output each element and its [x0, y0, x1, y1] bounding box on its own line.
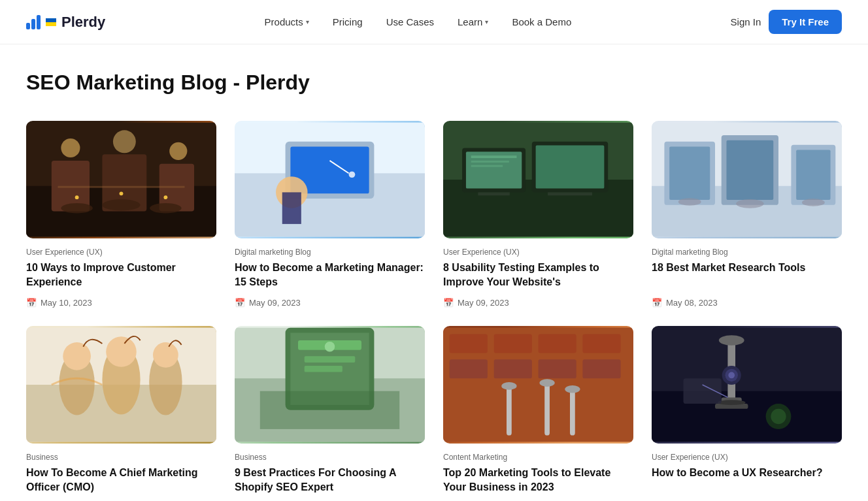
card-date: 📅 May 09, 2023: [235, 298, 425, 308]
nav-products[interactable]: Products ▾: [256, 11, 318, 33]
svg-rect-61: [305, 366, 342, 372]
nav-book-demo[interactable]: Book a Demo: [503, 11, 580, 33]
logo-icon: [26, 15, 41, 29]
svg-point-10: [102, 199, 140, 210]
svg-rect-34: [471, 161, 509, 163]
card-date: 📅 May 08, 2023: [652, 298, 842, 308]
card-category: User Experience (UX): [26, 248, 216, 257]
svg-point-77: [539, 379, 554, 387]
svg-rect-63: [260, 391, 399, 428]
svg-point-89: [728, 372, 735, 378]
card-image-svg: [26, 326, 216, 444]
calendar-icon: 📅: [443, 298, 454, 308]
blog-grid: User Experience (UX) 10 Ways to Improve …: [26, 121, 842, 501]
svg-rect-41: [726, 140, 773, 200]
card-image-svg: [26, 121, 216, 238]
card-category: Content Marketing: [443, 453, 633, 462]
logo-text: Plerdy: [61, 14, 105, 31]
svg-rect-74: [507, 385, 512, 436]
svg-rect-66: [450, 334, 488, 353]
svg-point-12: [75, 195, 79, 199]
logo[interactable]: Plerdy: [26, 14, 105, 31]
svg-point-45: [736, 199, 764, 208]
svg-point-22: [349, 171, 356, 178]
navbar: Plerdy Products ▾ Pricing Use Cases Lear…: [0, 0, 868, 44]
nav-learn[interactable]: Learn ▾: [448, 11, 497, 33]
card-title: 8 Usability Testing Examples to Improve …: [443, 261, 633, 290]
calendar-icon: 📅: [26, 298, 37, 308]
svg-rect-71: [494, 359, 532, 378]
nav-actions: Sign In Try It Free: [731, 10, 842, 34]
card-image-svg: [443, 121, 633, 238]
svg-rect-30: [548, 192, 592, 195]
svg-point-86: [718, 400, 746, 405]
svg-rect-29: [478, 192, 510, 195]
sign-in-link[interactable]: Sign In: [731, 16, 761, 27]
blog-card[interactable]: User Experience (UX) 8 Usability Testing…: [443, 121, 633, 308]
blog-card[interactable]: Business How To Become A Chief Marketing…: [26, 326, 216, 501]
card-category: Digital marketing Blog: [652, 248, 842, 257]
card-image-svg: [235, 121, 425, 238]
blog-card[interactable]: User Experience (UX) 10 Ways to Improve …: [26, 121, 216, 308]
svg-point-54: [153, 342, 178, 368]
blog-card[interactable]: Business 9 Best Practices For Choosing A…: [235, 326, 425, 501]
card-image-svg: [443, 326, 633, 444]
try-free-button[interactable]: Try It Free: [769, 10, 842, 34]
card-title: 10 Ways to Improve Customer Experience: [26, 261, 216, 290]
card-date: 📅 May 09, 2023: [443, 298, 633, 308]
svg-point-11: [150, 203, 182, 214]
card-image: [652, 326, 842, 444]
svg-rect-8: [58, 186, 185, 188]
svg-rect-69: [582, 334, 620, 353]
svg-point-93: [771, 409, 786, 424]
svg-rect-67: [494, 334, 532, 353]
nav-links: Products ▾ Pricing Use Cases Learn ▾ Boo…: [256, 11, 581, 33]
card-category: User Experience (UX): [443, 248, 633, 257]
chevron-down-icon: ▾: [485, 18, 488, 25]
card-image: [652, 121, 842, 238]
card-image: [443, 121, 633, 238]
blog-card[interactable]: User Experience (UX) How to Become a UX …: [652, 326, 842, 501]
card-image-svg: [652, 121, 842, 238]
card-category: Business: [235, 453, 425, 462]
svg-rect-39: [669, 147, 710, 200]
svg-point-13: [120, 191, 124, 195]
card-category: User Experience (UX): [652, 453, 842, 462]
svg-rect-73: [582, 359, 620, 378]
svg-rect-78: [570, 388, 575, 436]
svg-rect-28: [536, 146, 605, 189]
svg-point-53: [106, 336, 137, 367]
svg-point-7: [169, 142, 187, 160]
nav-use-cases[interactable]: Use Cases: [377, 11, 443, 33]
logo-bar-3: [37, 15, 41, 29]
blog-card[interactable]: Content Marketing Top 20 Marketing Tools…: [443, 326, 633, 501]
card-date: 📅 May 10, 2023: [26, 298, 216, 308]
card-image: [235, 326, 425, 444]
chevron-down-icon: ▾: [306, 18, 309, 25]
card-image: [235, 121, 425, 238]
card-category: Business: [26, 453, 216, 462]
svg-rect-60: [305, 356, 356, 363]
svg-point-9: [61, 203, 93, 214]
svg-rect-33: [471, 155, 517, 158]
card-image: [26, 326, 216, 444]
svg-rect-72: [539, 359, 576, 378]
card-title: 9 Best Practices For Choosing A Shopify …: [235, 466, 425, 495]
blog-card[interactable]: Digital marketing Blog 18 Best Market Re…: [652, 121, 842, 308]
card-title: How To Become A Chief Marketing Officer …: [26, 466, 216, 495]
card-image-svg: [235, 326, 425, 444]
svg-point-79: [565, 385, 580, 393]
main-content: SEO Marketing Blog - Plerdy User Experie…: [0, 44, 868, 501]
card-title: How to Become a Marketing Manager: 15 St…: [235, 261, 425, 290]
svg-point-62: [325, 342, 335, 352]
svg-point-75: [501, 382, 516, 390]
blog-card[interactable]: Digital marketing Blog How to Become a M…: [235, 121, 425, 308]
svg-rect-35: [471, 165, 503, 167]
card-image: [26, 121, 216, 238]
nav-pricing[interactable]: Pricing: [324, 11, 372, 33]
svg-rect-76: [544, 381, 550, 435]
svg-point-14: [163, 195, 167, 199]
svg-point-5: [61, 138, 80, 157]
card-title: 18 Best Market Research Tools: [652, 261, 842, 275]
svg-point-44: [678, 198, 701, 206]
